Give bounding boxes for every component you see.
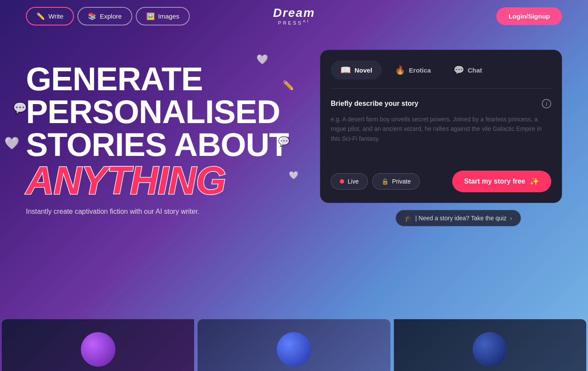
tab-chat-label: Chat [468,67,482,74]
preview-face-2 [277,332,311,367]
heart-icon-1: 🤍 [256,54,268,65]
erotica-icon: 🔥 [395,65,406,75]
images-icon: 🖼️ [146,12,155,20]
preview-face-3 [473,332,507,367]
chat-tab-icon: 💬 [454,65,464,75]
live-dot [340,179,344,184]
logo-title: Dream [273,7,315,19]
login-label: Login/Signup [508,13,550,20]
start-story-button[interactable]: Start my story free ✨ [452,171,551,192]
write-button[interactable]: ✏️ Write [26,7,74,25]
write-label: Write [48,13,64,20]
explore-label: Explore [100,13,122,20]
live-button[interactable]: Live [331,173,368,190]
chat-icon-2: 💬 [278,136,290,147]
live-label: Live [348,178,359,185]
hero-anything: ANYTHING [26,161,303,200]
sparkle-icon: ✨ [530,177,539,186]
explore-button[interactable]: 📚 Explore [77,7,132,25]
quiz-label: | Need a story idea? Take the quiz [415,215,507,222]
tab-novel-label: Novel [355,67,372,74]
private-icon: 🔒 [381,178,389,185]
novel-icon: 📖 [340,65,351,75]
heart-icon-3: 🤍 [289,171,298,180]
tab-bar: 📖 Novel 🔥 Erotica 💬 Chat [331,60,551,89]
main-content: 🤍 ✏️ 💬 🤍 💬 🤍 GENERATE PERSONALISED STORI… [0,32,588,226]
preview-item-3 [394,319,586,371]
hero-line1: GENERATE [26,60,203,97]
preview-item-2 [198,319,390,371]
login-button[interactable]: Login/Signup [496,7,562,25]
quiz-hat-icon: 🎓 [405,215,412,222]
chat-icon-1: 💬 [13,101,27,115]
explore-icon: 📚 [88,12,96,20]
hero-subtitle: Instantly create captivation fiction wit… [26,208,303,216]
hero-line2: PERSONALISED [26,93,280,130]
images-button[interactable]: 🖼️ Images [136,7,190,25]
private-button[interactable]: 🔒 Private [372,173,420,190]
quiz-link-row: 🎓 | Need a story idea? Take the quiz › [355,210,562,226]
write-icon: ✏️ [36,12,45,20]
quiz-pill[interactable]: 🎓 | Need a story idea? Take the quiz › [396,210,521,226]
pencil-icon: ✏️ [282,80,294,91]
preview-face-1 [81,332,115,367]
tab-erotica-label: Erotica [409,67,431,74]
hero-title: GENERATE PERSONALISED STORIES ABOUT ANYT… [26,63,303,200]
preview-row [0,319,588,371]
card-section: 📖 Novel 🔥 Erotica 💬 Chat Briefly describ… [320,50,562,226]
heart-icon-2: 🤍 [4,136,19,150]
visibility-toggle: Live 🔒 Private [331,173,420,190]
description-label: Briefly describe your story [331,100,419,108]
description-label-row: Briefly describe your story i [331,99,551,108]
logo: Dream PRESSAI [273,7,315,25]
info-icon[interactable]: i [542,99,551,108]
tab-erotica[interactable]: 🔥 Erotica [385,60,441,79]
preview-item-1 [2,319,194,371]
story-card: 📖 Novel 🔥 Erotica 💬 Chat Briefly describ… [320,50,562,203]
images-label: Images [158,13,179,20]
chevron-right-icon: › [510,215,512,222]
start-story-label: Start my story free [464,178,525,185]
hero-section: 🤍 ✏️ 💬 🤍 💬 🤍 GENERATE PERSONALISED STORI… [26,50,303,216]
logo-sub: PRESSAI [273,19,315,25]
story-input[interactable]: e.g. A desert farm boy unveils secret po… [331,114,551,158]
hero-line3: STORIES ABOUT [26,126,289,163]
nav-left: ✏️ Write 📚 Explore 🖼️ Images [26,7,190,25]
tab-chat[interactable]: 💬 Chat [444,60,492,79]
navbar: ✏️ Write 📚 Explore 🖼️ Images Dream PRESS… [0,0,588,32]
private-label: Private [392,178,411,185]
card-bottom: Live 🔒 Private Start my story free ✨ [331,171,551,192]
tab-novel[interactable]: 📖 Novel [331,60,382,79]
